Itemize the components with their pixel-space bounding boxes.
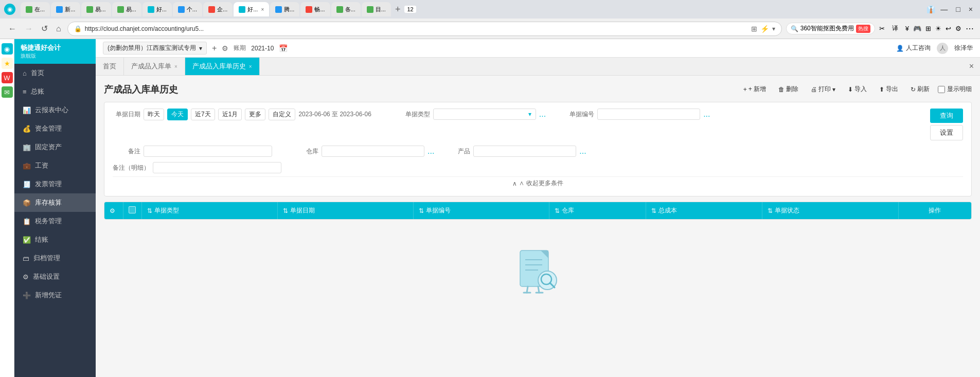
tab-5[interactable]: 好... [142, 2, 172, 16]
date-th[interactable]: ⇅ 单据日期 [277, 202, 413, 219]
sidebar-item-checkout[interactable]: ✅ 结账 [14, 230, 96, 249]
minimize-button[interactable]: — [937, 5, 951, 13]
warehouse-input[interactable] [322, 146, 424, 157]
tab-8-close[interactable]: × [261, 7, 264, 12]
note-input[interactable] [144, 146, 272, 157]
tab-12[interactable]: 目... [362, 2, 391, 16]
maximize-button[interactable]: □ [953, 5, 963, 13]
currency-button[interactable]: ¥ [905, 25, 909, 32]
tab-list[interactable]: 产成品入库单 × [124, 58, 185, 75]
account-selector[interactable]: (勿删勿禁用）江西服宝测试专用 ▾ [103, 42, 207, 55]
export-button[interactable]: ⬆ 导出 [875, 83, 902, 96]
type-select[interactable]: ▾ [433, 109, 536, 120]
add-account-button[interactable]: + [212, 44, 217, 53]
tab-history-close[interactable]: × [249, 64, 252, 69]
week-btn[interactable]: 近7天 [191, 109, 215, 120]
sidebar-item-home[interactable]: ⌂ 首页 [14, 64, 96, 82]
number-th[interactable]: ⇅ 单据编号 [414, 202, 549, 219]
tab-9-label: 腾... [284, 6, 294, 13]
forward-button[interactable]: → [23, 23, 35, 34]
query-button[interactable]: 查询 [930, 109, 963, 123]
tab-4[interactable]: 易... [112, 2, 141, 16]
tab-2[interactable]: 新... [51, 2, 80, 16]
gear-th[interactable]: ⚙ [104, 202, 123, 219]
status-th[interactable]: ⇅ 单据状态 [762, 202, 898, 219]
delete-button[interactable]: 🗑 删除 [774, 83, 803, 96]
collapse-btn[interactable]: ∧ ∧ 收起更多条件 [113, 176, 963, 190]
reload-button[interactable]: ↺ [39, 23, 50, 34]
tab-home[interactable]: 首页 [96, 58, 124, 75]
tab-history[interactable]: 产成品入库单历史 × [185, 58, 260, 75]
translate-button[interactable]: 译 [889, 23, 901, 34]
more-button[interactable]: ⋯ [966, 24, 974, 33]
tab-8-active[interactable]: 好... × [234, 2, 269, 16]
icon-bar-mail[interactable]: ✉ [2, 86, 13, 98]
type-dots[interactable]: ... [539, 110, 546, 119]
browser-settings-button[interactable]: ⚙ [955, 25, 961, 32]
tab-1[interactable]: 在... [21, 2, 50, 16]
tab-10[interactable]: 畅... [300, 2, 330, 16]
sidebar-item-settings[interactable]: ⚙ 基础设置 [14, 267, 96, 286]
sidebar-item-report[interactable]: 📊 云报表中心 [14, 101, 96, 119]
sidebar-item-salary[interactable]: 💼 工资 [14, 156, 96, 175]
import-label: 导入 [854, 85, 867, 94]
sidebar-item-archive[interactable]: 🗃 归档管理 [14, 249, 96, 267]
type-th[interactable]: ⇅ 单据类型 [141, 202, 277, 219]
set-button[interactable]: 设置 [930, 125, 963, 140]
number-dots[interactable]: ... [703, 110, 710, 119]
brightness-button[interactable]: ☀ [935, 25, 941, 32]
custom-date-btn[interactable]: 自定义 [269, 109, 295, 120]
warehouse-dots[interactable]: ... [427, 147, 434, 156]
icon-bar-green[interactable]: ◉ [2, 43, 13, 55]
icon-bar-star[interactable]: ★ [2, 58, 13, 69]
yesterday-btn[interactable]: 昨天 [144, 109, 164, 120]
product-input[interactable] [473, 146, 576, 157]
consultation-button[interactable]: 👤 人工咨询 [896, 44, 931, 52]
tab-list-close[interactable]: × [174, 64, 177, 69]
url-bar[interactable]: 🔒 https://cloud.chanjet.com/accounting/u… [67, 22, 782, 36]
select-all-checkbox[interactable] [129, 206, 136, 213]
product-dots[interactable]: ... [579, 147, 586, 156]
number-input[interactable] [597, 109, 700, 120]
number-filter-label: 单据编号 [566, 110, 594, 119]
new-tab-button[interactable]: + [392, 4, 404, 15]
tab-9[interactable]: 腾... [270, 2, 299, 16]
sidebar-item-ledger[interactable]: ≡ 总账 [14, 82, 96, 101]
tab-3[interactable]: 易... [81, 2, 111, 16]
tab-7[interactable]: 企... [203, 2, 233, 16]
tab-11[interactable]: 各... [331, 2, 361, 16]
content-close-btn[interactable]: × [963, 60, 980, 73]
more-date-btn[interactable]: 更多 [245, 109, 265, 120]
add-button[interactable]: + + 新增 [739, 83, 770, 96]
sidebar-item-fund[interactable]: 💰 资金管理 [14, 119, 96, 138]
tax-icon: 📋 [23, 218, 31, 225]
checkbox-th[interactable] [123, 202, 141, 219]
note-detail-input[interactable] [153, 162, 281, 173]
close-window-button[interactable]: × [966, 5, 976, 13]
back-button[interactable]: ← [6, 23, 19, 34]
home-nav-button[interactable]: ⌂ [54, 23, 63, 34]
scissors-button[interactable]: ✂ [879, 25, 885, 32]
number-sort-icon: ⇅ [419, 207, 424, 214]
calendar-icon[interactable]: 📅 [279, 44, 288, 52]
tab-6[interactable]: 个... [173, 2, 202, 16]
undo-button[interactable]: ↩ [946, 25, 951, 32]
print-button[interactable]: 🖨 打印 ▾ [807, 83, 840, 96]
layout-button[interactable]: ⊞ [925, 25, 931, 32]
sidebar-item-new-entry[interactable]: ➕ 新增凭证 [14, 286, 96, 304]
sidebar-item-fixed[interactable]: 🏢 固定资产 [14, 138, 96, 156]
import-button[interactable]: ⬇ 导入 [844, 83, 871, 96]
icon-bar-weibo[interactable]: W [2, 72, 13, 83]
sidebar-item-invoice[interactable]: 🧾 发票管理 [14, 175, 96, 193]
game-button[interactable]: 🎮 [913, 25, 921, 32]
cost-th[interactable]: ⇅ 总成本 [646, 202, 762, 219]
show-cols-checkbox[interactable] [938, 86, 945, 93]
warehouse-th[interactable]: ⇅ 仓库 [549, 202, 646, 219]
account-settings-button[interactable]: ⚙ [222, 44, 228, 52]
sidebar-item-tax[interactable]: 📋 税务管理 [14, 212, 96, 230]
sidebar-item-inventory[interactable]: 📦 库存核算 [14, 193, 96, 212]
month-btn[interactable]: 近1月 [218, 109, 242, 120]
show-cols-toggle[interactable]: 显示明细 [938, 85, 972, 94]
today-btn[interactable]: 今天 [167, 109, 188, 120]
refresh-button[interactable]: ↻ 刷新 [906, 83, 934, 96]
